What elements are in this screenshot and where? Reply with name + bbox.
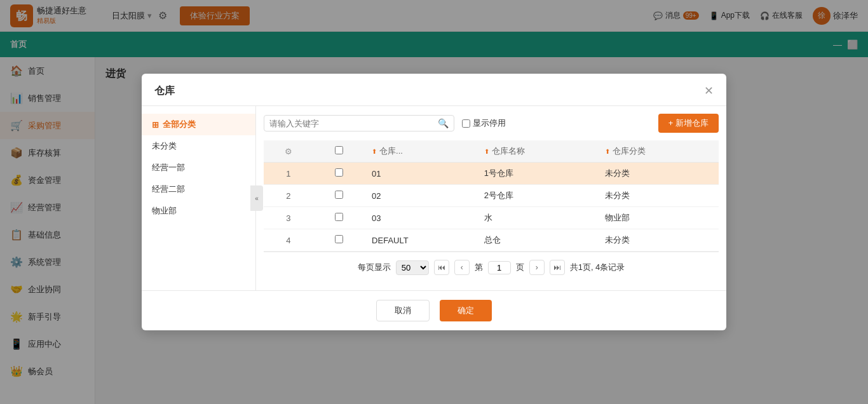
confirm-button[interactable]: 确定 <box>440 300 492 321</box>
cat-label-all: 全部分类 <box>163 119 196 130</box>
cat-item-dept2[interactable]: 经营二部 <box>142 178 255 200</box>
warehouse-table: ⚙ ⬆仓库... ⬆仓库名称 ⬆仓库分类 1 01 1号仓库 <box>264 140 719 252</box>
cat-item-dept1[interactable]: 经营一部 <box>142 157 255 178</box>
col-code: ⬆仓库... <box>364 140 477 163</box>
table-header-row: ⚙ ⬆仓库... ⬆仓库名称 ⬆仓库分类 <box>264 140 719 163</box>
col-settings: ⚙ <box>264 140 313 163</box>
row-category-2: 未分类 <box>597 185 719 207</box>
table-toolbar: 🔍 显示停用 + 新增仓库 <box>264 114 719 133</box>
row-name-3: 水 <box>477 207 598 229</box>
select-all-checkbox[interactable] <box>335 146 343 154</box>
row-code-4: DEFAULT <box>364 229 477 252</box>
row-check-4[interactable] <box>313 229 364 252</box>
modal-title: 仓库 <box>154 84 175 98</box>
sort-icon-cat: ⬆ <box>605 148 610 155</box>
row-name-4: 总仓 <box>477 229 598 252</box>
modal-footer: 取消 确定 <box>142 290 726 330</box>
row-category-4: 未分类 <box>597 229 719 252</box>
grid-icon: ⊞ <box>152 120 159 130</box>
prev-page-btn[interactable]: ‹ <box>454 260 470 275</box>
table-row[interactable]: 4 DEFAULT 总仓 未分类 <box>264 229 719 252</box>
row-code-3: 03 <box>364 207 477 229</box>
col-checkbox <box>313 140 364 163</box>
category-sidebar: « ⊞ 全部分类 未分类 经营一部 经营二部 物业部 <box>142 106 256 290</box>
search-icon[interactable]: 🔍 <box>438 118 449 128</box>
per-page-label: 每页显示 <box>358 262 391 273</box>
row-num-4: 4 <box>264 229 313 252</box>
cat-item-uncategorized[interactable]: 未分类 <box>142 135 255 157</box>
row-check-3[interactable] <box>313 207 364 229</box>
next-page-btn[interactable]: › <box>529 260 545 275</box>
row-name-2: 2号仓库 <box>477 185 598 207</box>
show-disabled-checkbox[interactable] <box>462 119 470 128</box>
row-name-1: 1号仓库 <box>477 163 598 185</box>
cancel-button[interactable]: 取消 <box>376 300 430 321</box>
show-disabled-label[interactable]: 显示停用 <box>462 118 506 129</box>
cat-item-property[interactable]: 物业部 <box>142 200 255 222</box>
table-row[interactable]: 1 01 1号仓库 未分类 <box>264 163 719 185</box>
row-category-1: 未分类 <box>597 163 719 185</box>
row-code-2: 02 <box>364 185 477 207</box>
page-suffix: 页 <box>516 262 524 273</box>
modal-header: 仓库 ✕ <box>142 74 726 106</box>
per-page-dropdown[interactable]: 10 20 50 100 <box>396 260 429 275</box>
page-input[interactable] <box>488 261 511 274</box>
col-category: ⬆仓库分类 <box>597 140 719 163</box>
sort-icon: ⬆ <box>372 148 377 155</box>
pagination: 每页显示 10 20 50 100 ⏮ ‹ 第 页 › <box>264 252 719 283</box>
row-check-2[interactable] <box>313 185 364 207</box>
col-name: ⬆仓库名称 <box>477 140 598 163</box>
table-row[interactable]: 3 03 水 物业部 <box>264 207 719 229</box>
page-label: 第 <box>475 262 483 273</box>
cat-label-dept1: 经营一部 <box>152 162 185 173</box>
show-disabled-text: 显示停用 <box>473 118 506 129</box>
last-page-btn[interactable]: ⏭ <box>550 260 565 275</box>
row-category-3: 物业部 <box>597 207 719 229</box>
table-area: 🔍 显示停用 + 新增仓库 ⚙ ⬆仓库... <box>256 106 726 290</box>
cat-label-uncategorized: 未分类 <box>152 140 177 152</box>
collapse-category-button[interactable]: « <box>250 185 263 211</box>
add-warehouse-button[interactable]: + 新增仓库 <box>658 114 719 133</box>
row-code-1: 01 <box>364 163 477 185</box>
row-num-1: 1 <box>264 163 313 185</box>
table-row[interactable]: 2 02 2号仓库 未分类 <box>264 185 719 207</box>
row-check-1[interactable] <box>313 163 364 185</box>
total-info: 共1页, 4条记录 <box>570 262 625 273</box>
cat-label-dept2: 经营二部 <box>152 184 185 195</box>
cat-label-property: 物业部 <box>152 205 177 217</box>
sort-icon-name: ⬆ <box>484 148 489 155</box>
row-num-3: 3 <box>264 207 313 229</box>
search-input-wrap[interactable]: 🔍 <box>264 115 454 131</box>
first-page-btn[interactable]: ⏮ <box>434 260 449 275</box>
cat-item-all[interactable]: ⊞ 全部分类 <box>142 114 255 135</box>
modal-overlay: 仓库 ✕ « ⊞ 全部分类 未分类 经营一部 经营二部 <box>0 0 868 404</box>
per-page-select[interactable]: 10 20 50 100 <box>396 260 429 275</box>
row-num-2: 2 <box>264 185 313 207</box>
modal-close-button[interactable]: ✕ <box>704 84 714 98</box>
modal-body: « ⊞ 全部分类 未分类 经营一部 经营二部 物业部 <box>142 106 726 290</box>
warehouse-modal: 仓库 ✕ « ⊞ 全部分类 未分类 经营一部 经营二部 <box>142 74 726 330</box>
search-input[interactable] <box>269 119 438 128</box>
